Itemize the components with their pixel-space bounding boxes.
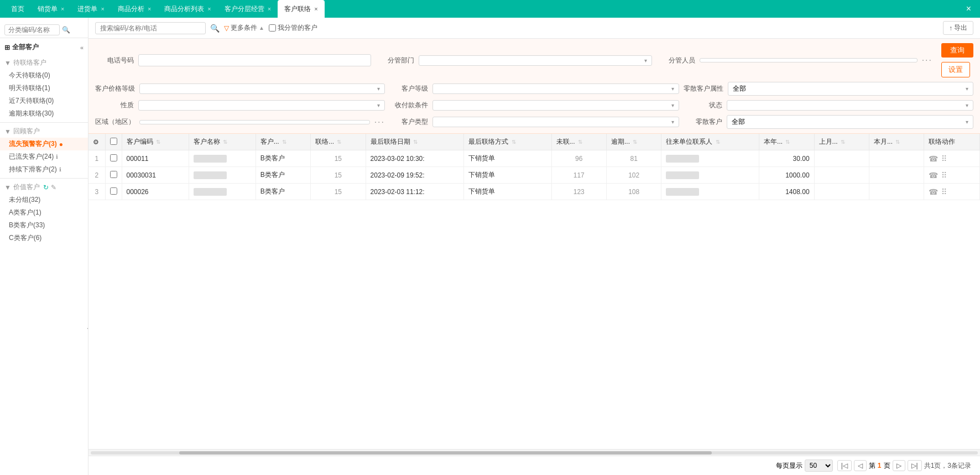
close-purchase-icon[interactable]: × bbox=[101, 6, 104, 12]
sidebar-all-customers[interactable]: ⊞ 全部客户 « bbox=[0, 40, 88, 54]
nav-customer-contact[interactable]: 客户联络 × bbox=[278, 0, 324, 18]
last-type-link[interactable]: 下销货单 bbox=[468, 154, 495, 162]
more-action-icon[interactable]: ⠿ bbox=[941, 154, 947, 163]
category-search-input[interactable] bbox=[4, 24, 60, 35]
my-customers-checkbox[interactable] bbox=[269, 24, 276, 32]
row-name bbox=[189, 150, 256, 167]
sidebar-search-icon[interactable]: 🔍 bbox=[62, 26, 70, 34]
sidebar-item-c-class[interactable]: C类客户(6) bbox=[0, 232, 88, 244]
last-type-link[interactable]: 下销货单 bbox=[468, 187, 495, 195]
filter-person-more[interactable]: ··· bbox=[922, 55, 932, 65]
sidebar-item-today[interactable]: 今天待联络(0) bbox=[0, 69, 88, 82]
masked-person bbox=[666, 155, 699, 163]
col-contact-count[interactable]: 联络... ⇅ bbox=[311, 134, 366, 150]
my-customers-filter[interactable]: 我分管的客户 bbox=[269, 23, 317, 33]
col-last-type[interactable]: 最后联络方式 ⇅ bbox=[464, 134, 551, 150]
page-size-select[interactable]: 50 100 200 bbox=[805, 460, 833, 472]
col-unlisted[interactable]: 未联... ⇅ bbox=[551, 134, 606, 150]
query-button[interactable]: 查询 bbox=[941, 43, 973, 58]
filter-phone-input[interactable] bbox=[138, 54, 371, 66]
col-name[interactable]: 客户名称 ⇅ bbox=[189, 134, 256, 150]
filter-region-select[interactable] bbox=[139, 120, 370, 124]
nav-product-analysis[interactable]: 商品分析 × bbox=[111, 0, 158, 18]
filter-price-grade-select[interactable]: ▾ bbox=[139, 83, 385, 94]
sidebar-pending-title[interactable]: ▼ 待联络客户 bbox=[0, 56, 88, 69]
horizontal-scrollbar[interactable] bbox=[88, 449, 980, 456]
filter-payment-select[interactable]: ▾ bbox=[432, 100, 679, 111]
more-action-icon[interactable]: ⠿ bbox=[941, 187, 947, 196]
col-this-month[interactable]: 本月... ⇅ bbox=[869, 134, 924, 150]
row-checkbox[interactable] bbox=[110, 171, 117, 178]
settings-button[interactable]: 设置 bbox=[941, 62, 970, 77]
sidebar-value-title[interactable]: ▼ 价值客户 ↻ ✎ bbox=[0, 181, 88, 194]
sidebar-item-declining[interactable]: 持续下滑客户(2) ℹ bbox=[0, 163, 88, 176]
status-arrow: ▾ bbox=[966, 102, 968, 108]
sidebar-lost-title[interactable]: ▼ 回顾客户 bbox=[0, 125, 88, 138]
col-code[interactable]: 客户编码 ⇅ bbox=[122, 134, 189, 150]
filter-dept-select[interactable]: ▾ bbox=[419, 55, 651, 66]
more-action-icon[interactable]: ⠿ bbox=[941, 171, 947, 180]
nav-customer-segment[interactable]: 客户分层经营 × bbox=[218, 0, 278, 18]
first-page-button[interactable]: |◁ bbox=[837, 460, 852, 471]
filter-person-select[interactable] bbox=[700, 58, 918, 62]
contact-action-icon[interactable]: ☎ bbox=[929, 171, 938, 180]
row-this-year: 1000.00 bbox=[759, 167, 814, 184]
close-segment-icon[interactable]: × bbox=[268, 6, 271, 12]
row-name bbox=[189, 167, 256, 184]
export-button[interactable]: ↑ 导出 bbox=[943, 21, 973, 35]
search-input[interactable] bbox=[95, 22, 206, 34]
col-settings[interactable]: ⚙ bbox=[88, 134, 105, 150]
close-product-analysis-icon[interactable]: × bbox=[148, 6, 151, 12]
filter-scatter-customer-select[interactable]: 全部 ▾ bbox=[727, 115, 973, 129]
sidebar-item-b-class[interactable]: B类客户(33) bbox=[0, 219, 88, 232]
masked-name bbox=[194, 171, 227, 179]
refresh-icon[interactable]: ↻ bbox=[43, 184, 49, 191]
contact-action-icon[interactable]: ☎ bbox=[929, 187, 938, 196]
search-button[interactable]: 🔍 bbox=[210, 24, 220, 33]
sidebar-item-lost[interactable]: 已流失客户(24) ℹ bbox=[0, 150, 88, 163]
scrollbar-thumb[interactable] bbox=[179, 451, 711, 455]
filter-nature-select[interactable]: ▾ bbox=[138, 100, 385, 111]
code-sort-icon: ⇅ bbox=[156, 139, 160, 145]
nav-purchase[interactable]: 进货单 × bbox=[71, 0, 111, 18]
close-product-list-icon[interactable]: × bbox=[207, 6, 211, 12]
sidebar-item-lost-warning[interactable]: 流失预警客户(3) ● bbox=[0, 138, 88, 150]
filter-scatter-customer-label: 零散客户 bbox=[684, 117, 722, 127]
col-last-date[interactable]: 最后联络日期 ⇅ bbox=[366, 134, 464, 150]
filter-region-more[interactable]: ··· bbox=[374, 117, 385, 127]
col-this-year[interactable]: 本年... ⇅ bbox=[759, 134, 814, 150]
col-type[interactable]: 客户... ⇅ bbox=[256, 134, 310, 150]
col-overdue[interactable]: 逾期... ⇅ bbox=[606, 134, 661, 150]
select-all-checkbox[interactable] bbox=[110, 138, 117, 145]
year-sort-icon: ⇅ bbox=[785, 139, 790, 145]
filter-customer-grade-select[interactable]: ▾ bbox=[432, 83, 679, 94]
col-contact-person[interactable]: 往来单位联系人 ⇅ bbox=[661, 134, 759, 150]
col-last-month[interactable]: 上月... ⇅ bbox=[814, 134, 869, 150]
last-type-link[interactable]: 下销货单 bbox=[468, 171, 495, 179]
sidebar-collapse-icon[interactable]: « bbox=[80, 44, 84, 51]
filter-customer-type-select[interactable]: ▾ bbox=[432, 117, 679, 127]
filter-toggle-button[interactable]: ▽ 更多条件 ▲ bbox=[224, 23, 264, 33]
last-page-button[interactable]: ▷| bbox=[908, 460, 922, 471]
sidebar-item-tomorrow[interactable]: 明天待联络(1) bbox=[0, 82, 88, 95]
close-contact-icon[interactable]: × bbox=[314, 6, 317, 12]
filter-scatter-attr-select[interactable]: 全部 ▾ bbox=[728, 82, 973, 96]
filter-dept-label: 分管部门 bbox=[376, 56, 414, 65]
contact-action-icon[interactable]: ☎ bbox=[929, 154, 938, 163]
window-close-button[interactable]: × bbox=[962, 4, 976, 14]
row-checkbox[interactable] bbox=[110, 154, 117, 161]
nav-sales[interactable]: 销货单 × bbox=[31, 0, 71, 18]
row-checkbox[interactable] bbox=[110, 187, 117, 195]
filter-status-select[interactable]: ▾ bbox=[727, 100, 973, 111]
next-page-button[interactable]: ▷ bbox=[893, 460, 905, 471]
close-sales-icon[interactable]: × bbox=[61, 6, 64, 12]
nav-product-list[interactable]: 商品分析列表 × bbox=[158, 0, 217, 18]
nav-home[interactable]: 首页 bbox=[4, 0, 31, 18]
row-customer-type: B类客户 bbox=[256, 167, 310, 184]
edit-icon[interactable]: ✎ bbox=[51, 184, 56, 191]
sidebar-item-overdue[interactable]: 逾期未联络(30) bbox=[0, 107, 88, 120]
prev-page-button[interactable]: ◁ bbox=[854, 460, 867, 471]
sidebar-item-a-class[interactable]: A类客户(1) bbox=[0, 206, 88, 219]
sidebar-item-7days[interactable]: 近7天待联络(0) bbox=[0, 95, 88, 107]
sidebar-item-ungroup[interactable]: 未分组(32) bbox=[0, 194, 88, 206]
